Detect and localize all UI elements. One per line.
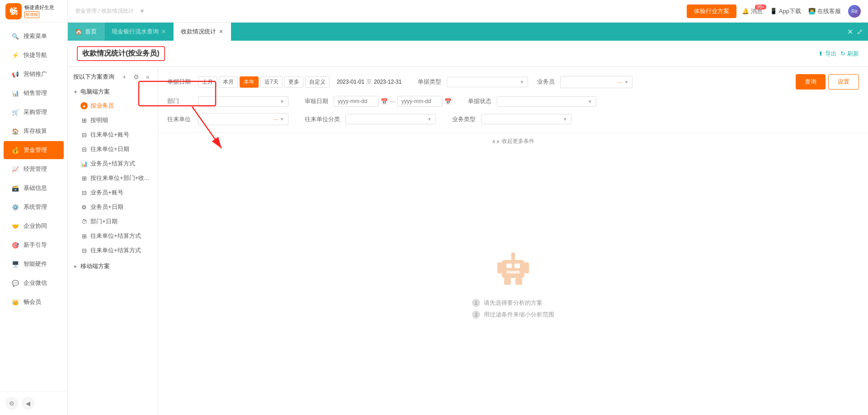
tab-close-bank-flow[interactable]: ✕ bbox=[161, 28, 166, 35]
export-button[interactable]: ⬆ 导出 bbox=[818, 50, 837, 58]
scheme-item-partner-settle2[interactable]: ⊟ 往来单位+结算方式 bbox=[68, 243, 158, 258]
date-label: 单据日期 bbox=[167, 78, 193, 86]
trial-button[interactable]: 体验行业方案 bbox=[687, 5, 736, 18]
empty-tip-1: 1 请先选择要分析的方案 bbox=[472, 299, 554, 307]
staff-select[interactable]: ··· ▼ bbox=[560, 76, 632, 88]
partner-select[interactable]: ··· ▼ bbox=[198, 113, 288, 125]
tab-collection-stats[interactable]: 收款情况统计 ✕ bbox=[174, 23, 231, 41]
date-btn-custom[interactable]: 自定义 bbox=[305, 76, 330, 88]
sidebar-item-inventory[interactable]: 🏠 库存核算 bbox=[4, 122, 64, 140]
query-button[interactable]: 查询 bbox=[796, 74, 826, 90]
filter-row-3: 往来单位 ··· ▼ 往来单位分类 ▼ bbox=[167, 113, 859, 125]
status-select[interactable]: ▼ bbox=[497, 96, 596, 107]
scheme-item-by-staff[interactable]: ● 按业务员 bbox=[68, 99, 158, 113]
sidebar-item-hardware[interactable]: 🖥️ 智能硬件 bbox=[4, 255, 64, 273]
online-service-button[interactable]: 👨‍💻 在线客服 bbox=[808, 7, 841, 15]
sidebar-item-finance[interactable]: 💰 资金管理 bbox=[4, 141, 64, 159]
scheme-item-staff-date[interactable]: ⚙ 业务员+日期 bbox=[68, 200, 158, 214]
page-header: 收款情况统计(按业务员) ⬆ 导出 ↻ 刷新 bbox=[68, 41, 868, 67]
tabbar: 🏠 首页 现金银行流水查询 ✕ 收款情况统计 ✕ ✕ ⤢ bbox=[68, 23, 868, 41]
date-btn-this-month[interactable]: 本月 bbox=[219, 76, 238, 88]
sidebar-item-operation[interactable]: 📈 经营管理 bbox=[4, 160, 64, 178]
sidebar-collapse-button[interactable]: ◀ bbox=[22, 397, 34, 410]
sidebar-item-vip[interactable]: 👑 畅会员 bbox=[4, 293, 64, 311]
breadcrumb: 资金管理 / 收款情况统计 bbox=[75, 7, 134, 15]
svg-rect-8 bbox=[504, 278, 511, 285]
maximize-window-button[interactable]: ⤢ bbox=[857, 28, 863, 36]
empty-tips: 1 请先选择要分析的方案 2 用过滤条件来缩小分析范围 bbox=[472, 299, 554, 319]
dept-date-icon: ⏱ bbox=[80, 218, 88, 225]
action-buttons: 查询 设置 bbox=[796, 74, 859, 90]
collapse-icon: ∧∧ bbox=[492, 138, 500, 145]
calendar-from-icon[interactable]: 📅 bbox=[381, 98, 388, 105]
user-avatar[interactable]: Rit bbox=[848, 5, 861, 18]
scheme-item-partner-settle1[interactable]: ⊞ 往来单位+结算方式 bbox=[68, 229, 158, 243]
biz-type-select-arrow: ▼ bbox=[563, 117, 567, 122]
breadcrumb-dropdown[interactable]: ▼ bbox=[139, 8, 145, 14]
page-actions: ⬆ 导出 ↻ 刷新 bbox=[818, 50, 859, 58]
tab-bank-flow[interactable]: 现金银行流水查询 ✕ bbox=[104, 23, 174, 41]
audit-to-input[interactable] bbox=[397, 96, 443, 107]
collapse-panel-button[interactable]: « bbox=[143, 72, 152, 81]
svg-rect-7 bbox=[524, 262, 529, 274]
topbar: 资金管理 / 收款情况统计 ▼ 体验行业方案 🔔 消息 99+ 📱 App下载 … bbox=[68, 0, 868, 23]
date-to-display: 2023-12-31 bbox=[374, 79, 401, 85]
partner-category-label: 往来单位分类 bbox=[305, 115, 340, 123]
scheme-settings-button[interactable]: ⚙ bbox=[132, 72, 141, 81]
scheme-item-partner-date[interactable]: ⊟ 往来单位+日期 bbox=[68, 142, 158, 156]
settings-button[interactable]: 设置 bbox=[828, 74, 859, 90]
scheme-item-staff-settle[interactable]: 📊 业务员+结算方式 bbox=[68, 156, 158, 171]
quick-nav-icon: ⚡ bbox=[11, 51, 20, 60]
date-btn-more[interactable]: 更多 bbox=[284, 76, 303, 88]
type-select[interactable]: ▼ bbox=[447, 77, 528, 87]
sidebar-item-wechat[interactable]: 💬 企业微信 bbox=[4, 274, 64, 292]
partner-more-icon[interactable]: ··· bbox=[273, 116, 278, 123]
app-download-button[interactable]: 📱 App下载 bbox=[770, 7, 801, 15]
desktop-group-header[interactable]: ▼ 电脑端方案 bbox=[68, 85, 158, 99]
date-btn-this-year[interactable]: 本年 bbox=[240, 76, 259, 88]
scheme-item-staff-account[interactable]: ⊟ 业务员+账号 bbox=[68, 185, 158, 200]
tab-home[interactable]: 🏠 首页 bbox=[68, 23, 104, 41]
sidebar-item-guide[interactable]: 🎯 新手引导 bbox=[4, 236, 64, 254]
sidebar-item-marketing[interactable]: 📢 营销推广 bbox=[4, 65, 64, 83]
svg-rect-0 bbox=[502, 260, 524, 278]
sidebar-item-corp[interactable]: 🤝 企业协同 bbox=[4, 217, 64, 235]
audit-from-input[interactable] bbox=[334, 96, 379, 107]
date-btn-7days[interactable]: 近7天 bbox=[260, 76, 283, 88]
sidebar-item-quick-nav[interactable]: ⚡ 快捷导航 bbox=[4, 46, 64, 64]
sidebar-item-system[interactable]: ⚙️ 系统管理 bbox=[4, 198, 64, 216]
close-window-button[interactable]: ✕ bbox=[847, 28, 853, 36]
mobile-group-header[interactable]: ▼ 移动端方案 bbox=[68, 259, 158, 273]
search-icon: 🔍 bbox=[11, 32, 20, 41]
partner-category-select-arrow: ▼ bbox=[427, 117, 432, 122]
scheme-item-dept-date[interactable]: ⏱ 部门+日期 bbox=[68, 214, 158, 229]
scheme-item-partner-account[interactable]: ⊟ 往来单位+账号 bbox=[68, 127, 158, 142]
add-scheme-button[interactable]: + bbox=[120, 72, 129, 81]
sidebar-item-search[interactable]: 🔍 搜索菜单 bbox=[4, 27, 64, 45]
service-icon: 👨‍💻 bbox=[808, 8, 816, 14]
collapse-bar[interactable]: ∧∧ 收起更多条件 bbox=[158, 133, 868, 150]
biz-type-select[interactable]: ▼ bbox=[481, 114, 571, 124]
sidebar-item-purchase[interactable]: 🛒 采购管理 bbox=[4, 103, 64, 121]
staff-date-icon: ⚙ bbox=[80, 203, 88, 211]
dept-select[interactable]: ▼ bbox=[198, 96, 288, 107]
wechat-icon: 💬 bbox=[11, 278, 20, 288]
date-btn-last-month[interactable]: 上月 bbox=[198, 76, 217, 88]
vip-icon: 👑 bbox=[11, 297, 20, 307]
type-label: 单据类型 bbox=[418, 78, 441, 86]
content-body: 按以下方案查询 + ⚙ « ▼ 电脑端方案 ● 按业务员 bbox=[68, 67, 868, 415]
partner-category-select[interactable]: ▼ bbox=[345, 114, 436, 124]
sidebar-item-sales[interactable]: 📊 销售管理 bbox=[4, 84, 64, 102]
scheme-item-partner-dept[interactable]: ⊞ 按往来单位+部门+收... bbox=[68, 171, 158, 185]
staff-more-icon[interactable]: ··· bbox=[618, 79, 623, 85]
sidebar-item-basic[interactable]: 🗃️ 基础信息 bbox=[4, 179, 64, 197]
status-label: 单据状态 bbox=[468, 97, 491, 105]
sidebar-settings-button[interactable]: ⚙ bbox=[5, 397, 18, 410]
notification-button[interactable]: 🔔 消息 99+ bbox=[742, 7, 763, 15]
refresh-button[interactable]: ↻ 刷新 bbox=[840, 50, 859, 58]
calendar-to-icon[interactable]: 📅 bbox=[444, 98, 452, 105]
scheme-item-by-detail[interactable]: ⊞ 按明细 bbox=[68, 113, 158, 127]
desktop-scheme-group: ▼ 电脑端方案 ● 按业务员 ⊞ 按明细 ⊟ 往来单位+账号 bbox=[68, 85, 158, 258]
partner-settle2-icon: ⊟ bbox=[80, 247, 88, 254]
tab-close-collection-stats[interactable]: ✕ bbox=[219, 28, 223, 35]
